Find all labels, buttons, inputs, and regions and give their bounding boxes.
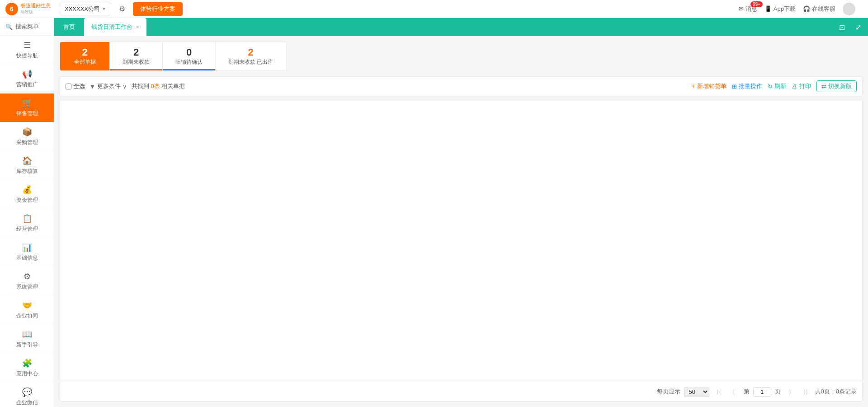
per-page-label: 每页显示	[657, 388, 680, 396]
prev-page-button[interactable]: ⟨	[728, 386, 740, 398]
search-icon: 🔍	[5, 23, 13, 30]
sidebar-item-6[interactable]: 📋经营管理	[0, 209, 54, 238]
sidebar-item-icon-6: 📋	[22, 214, 32, 224]
sidebar-search[interactable]: 🔍 搜索菜单	[0, 18, 54, 36]
sidebar-item-label-1: 营销推广	[16, 81, 38, 89]
status-tab-0[interactable]: 2 全部单据	[60, 42, 110, 70]
trial-button[interactable]: 体验行业方案	[133, 2, 183, 16]
status-tab-count-2: 0	[186, 47, 192, 58]
batch-ops-icon: ⊞	[732, 83, 737, 90]
filter-label: 更多条件	[97, 82, 121, 90]
status-tab-3[interactable]: 2 到期未收款 已出库	[216, 42, 286, 70]
batch-ops-button[interactable]: ⊞ 批量操作	[732, 82, 762, 90]
filter-arrow-icon: ∨	[123, 83, 127, 90]
page-input[interactable]	[753, 387, 771, 397]
sidebar-item-label-10: 新手引导	[16, 341, 38, 349]
status-tab-label-1: 到期未收款	[123, 58, 150, 66]
total-label: 共0页，0条记录	[815, 388, 857, 396]
logo-area: 6 畅捷通好生意 标准版	[5, 3, 60, 15]
tab-expand-button[interactable]: ⤢	[852, 21, 864, 33]
settings-icon-btn[interactable]: ⚙	[115, 2, 129, 16]
sidebar-item-2[interactable]: 🛒销售管理	[0, 94, 54, 122]
company-name: XXXXXX公司	[65, 5, 100, 13]
toolbar-right: + 新增销货单 ⊞ 批量操作 ↻ 刷新 🖨 打印 ⇄	[692, 80, 857, 92]
sidebar-item-icon-1: 📢	[22, 69, 32, 79]
sidebar-item-10[interactable]: 📖新手引导	[0, 325, 54, 354]
top-right-area: ✉ 消息 99+ 📱 App下载 🎧 在线客服	[739, 3, 863, 15]
print-button[interactable]: 🖨 打印	[792, 82, 811, 90]
sidebar-item-label-5: 资金管理	[16, 196, 38, 204]
message-button[interactable]: ✉ 消息 99+	[739, 5, 757, 13]
top-bar: 6 畅捷通好生意 标准版 XXXXXX公司 ▼ ⚙ 体验行业方案 ✉ 消息 99…	[0, 0, 868, 18]
tab-active-label: 钱货日清工作台	[91, 23, 132, 31]
online-service-label: 在线客服	[812, 5, 835, 13]
new-bill-button[interactable]: + 新增销货单	[692, 82, 726, 90]
first-page-button[interactable]: ⟨⟨	[713, 386, 725, 398]
sidebar-item-label-3: 采购管理	[16, 139, 38, 146]
tab-active[interactable]: 钱货日清工作台 ×	[84, 18, 146, 36]
status-tab-count-3: 2	[248, 47, 254, 58]
message-icon: ✉	[739, 5, 744, 12]
sidebar-item-label-7: 基础信息	[16, 254, 38, 262]
switch-version-button[interactable]: ⇄ 切换新版	[816, 80, 857, 92]
refresh-icon: ↻	[768, 83, 773, 90]
sidebar-item-1[interactable]: 📢营销推广	[0, 65, 54, 94]
sidebar-item-label-11: 应用中心	[16, 370, 38, 378]
sidebar-item-icon-8: ⚙	[24, 271, 31, 281]
company-dropdown-arrow: ▼	[102, 6, 106, 11]
select-all-input[interactable]	[66, 84, 71, 89]
pagination: 每页显示 50 100 200 ⟨⟨ ⟨ 第 页 ⟩ ⟩⟩ 共0页，0条记录	[60, 382, 863, 402]
refresh-button[interactable]: ↻ 刷新	[768, 82, 786, 90]
sidebar-item-3[interactable]: 📦采购管理	[0, 122, 54, 151]
tab-underline	[163, 69, 215, 70]
logo-text: 畅捷通好生意	[21, 3, 51, 9]
sidebar-item-0[interactable]: ☰快捷导航	[0, 36, 54, 65]
message-badge: 99+	[750, 1, 763, 7]
main-layout: 🔍 搜索菜单 ☰快捷导航📢营销推广🛒销售管理📦采购管理🏠库存核算💰资金管理📋经营…	[0, 18, 868, 407]
page-suffix: 页	[775, 388, 781, 396]
result-text: 共找到 0条 相关单据	[132, 82, 185, 90]
user-avatar[interactable]	[843, 3, 855, 15]
toolbar-left: 全选 ▼ 更多条件 ∨ 共找到 0条 相关单据	[66, 82, 185, 90]
tab-bar: 首页 钱货日清工作台 × ⊡ ⤢	[54, 18, 868, 36]
print-label: 打印	[799, 82, 811, 90]
sidebar-item-7[interactable]: 📊基础信息	[0, 238, 54, 267]
status-tab-count-1: 2	[133, 47, 139, 58]
app-download-button[interactable]: 📱 App下载	[764, 5, 796, 13]
tab-minimize-button[interactable]: ⊡	[835, 21, 848, 33]
select-all-checkbox[interactable]: 全选	[66, 82, 85, 90]
logo-text-area: 畅捷通好生意 标准版	[21, 3, 51, 14]
sidebar-item-9[interactable]: 🤝企业协同	[0, 296, 54, 325]
sidebar: 🔍 搜索菜单 ☰快捷导航📢营销推广🛒销售管理📦采购管理🏠库存核算💰资金管理📋经营…	[0, 18, 54, 407]
sidebar-item-icon-3: 📦	[22, 127, 32, 137]
sidebar-item-icon-0: ☰	[24, 40, 31, 50]
content-area: 首页 钱货日清工作台 × ⊡ ⤢ 2 全部单据 2 到期未收款 0 旺铺待确认 …	[54, 18, 868, 407]
status-tab-2[interactable]: 0 旺铺待确认	[163, 42, 216, 70]
table-area	[60, 100, 863, 382]
company-selector[interactable]: XXXXXX公司 ▼	[60, 3, 111, 15]
sidebar-item-label-4: 库存核算	[16, 168, 38, 175]
status-tab-label-0: 全部单据	[74, 58, 96, 66]
per-page-select[interactable]: 50 100 200	[684, 387, 709, 397]
sidebar-item-8[interactable]: ⚙系统管理	[0, 267, 54, 296]
sidebar-item-4[interactable]: 🏠库存核算	[0, 151, 54, 180]
status-tab-1[interactable]: 2 到期未收款	[110, 42, 163, 70]
result-prefix: 共找到	[132, 83, 149, 89]
sidebar-item-12[interactable]: 💬企业微信	[0, 383, 54, 407]
sidebar-item-11[interactable]: 🧩应用中心	[0, 354, 54, 383]
tab-close-icon[interactable]: ×	[136, 24, 139, 30]
filter-button[interactable]: ▼ 更多条件 ∨	[90, 82, 127, 90]
toolbar: 全选 ▼ 更多条件 ∨ 共找到 0条 相关单据 + 新增销货单	[60, 76, 863, 96]
next-page-button[interactable]: ⟩	[784, 386, 796, 398]
sidebar-item-5[interactable]: 💰资金管理	[0, 180, 54, 209]
online-service-button[interactable]: 🎧 在线客服	[803, 5, 835, 13]
filter-icon: ▼	[90, 83, 95, 90]
last-page-button[interactable]: ⟩⟩	[800, 386, 811, 398]
tab-home[interactable]: 首页	[54, 18, 84, 36]
sidebar-item-icon-10: 📖	[22, 329, 32, 339]
sidebar-item-icon-7: 📊	[22, 243, 32, 253]
select-all-label: 全选	[73, 82, 85, 90]
sidebar-item-icon-9: 🤝	[22, 300, 32, 310]
sidebar-item-label-9: 企业协同	[16, 312, 38, 320]
status-tab-count-0: 2	[82, 47, 87, 58]
